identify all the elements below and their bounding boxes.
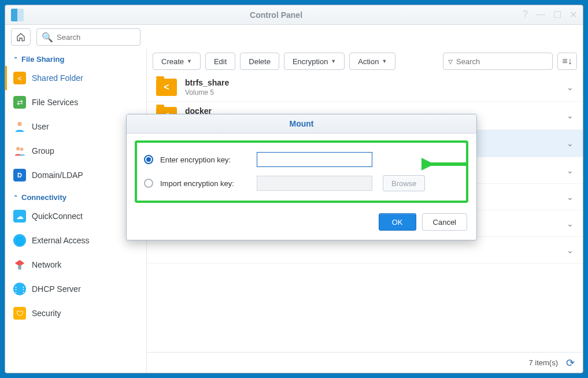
nav-user[interactable]: User: [5, 114, 146, 139]
caret-down-icon: ▼: [187, 58, 192, 64]
chevron-down-icon[interactable]: ⌄: [567, 111, 574, 120]
minimize-icon[interactable]: —: [536, 9, 545, 20]
titlebar: Control Panel ? — ☐ ✕: [5, 5, 583, 25]
action-button[interactable]: Action▼: [349, 53, 395, 70]
nav-network[interactable]: Network: [5, 253, 146, 277]
maximize-icon[interactable]: ☐: [553, 9, 561, 20]
browse-button: Browse: [383, 175, 425, 191]
list-item[interactable]: ⌄: [147, 237, 583, 264]
section-label: Connectivity: [21, 193, 66, 202]
svg-point-0: [17, 122, 21, 126]
shield-icon: 🛡: [13, 307, 26, 320]
edit-button[interactable]: Edit: [205, 53, 235, 70]
nav-group[interactable]: Group: [5, 139, 146, 163]
cancel-button[interactable]: Cancel: [422, 213, 467, 231]
nav-dhcp-server[interactable]: ⋮⋮ DHCP Server: [5, 277, 146, 301]
section-file-sharing[interactable]: ⌃ File Sharing: [5, 49, 146, 66]
chevron-down-icon[interactable]: ⌄: [567, 139, 574, 148]
main-toolbar: Create▼ Edit Delete Encryption▼ Action▼ …: [147, 49, 583, 73]
sort-button[interactable]: ≡↓: [557, 53, 577, 70]
encryption-key-input[interactable]: [257, 152, 372, 167]
chevron-up-icon: ⌃: [13, 56, 18, 62]
svg-point-2: [20, 148, 23, 151]
refresh-icon[interactable]: ⟳: [566, 357, 575, 369]
home-icon: [16, 32, 25, 42]
nav-quickconnect[interactable]: ☁ QuickConnect: [5, 204, 146, 228]
sidebar-search-input[interactable]: [57, 33, 135, 42]
caret-down-icon: ▼: [382, 58, 387, 64]
help-icon[interactable]: ?: [523, 9, 528, 20]
dhcp-icon: ⋮⋮: [13, 283, 26, 295]
nav-file-services[interactable]: ⇄ File Services: [5, 90, 146, 114]
dialog-title: Mount: [127, 114, 476, 134]
filter-icon: ▿: [448, 56, 453, 67]
chevron-down-icon[interactable]: ⌄: [567, 166, 574, 175]
svg-point-1: [16, 147, 20, 150]
window-title: Control Panel: [29, 10, 523, 20]
chevron-up-icon: ⌃: [13, 194, 18, 201]
share-folder-icon: [156, 79, 177, 96]
highlight-annotation: Enter encryption key: Import encryption …: [135, 140, 468, 203]
footer: 7 item(s) ⟳: [147, 352, 583, 373]
shared-folder-icon: <: [13, 72, 26, 84]
mount-dialog: Mount Enter encryption key: Import encry…: [126, 114, 477, 240]
arrow-annotation: [421, 155, 468, 175]
nav-domain-ldap[interactable]: D Domain/LDAP: [5, 163, 146, 187]
chevron-down-icon[interactable]: ⌄: [567, 83, 574, 92]
encryption-button[interactable]: Encryption▼: [284, 53, 345, 70]
item-count: 7 item(s): [528, 358, 558, 367]
list-item[interactable]: btrfs_share Volume 5 ⌄: [147, 73, 583, 102]
create-button[interactable]: Create▼: [153, 53, 201, 70]
chevron-down-icon[interactable]: ⌄: [567, 219, 574, 228]
svg-rect-3: [18, 265, 21, 269]
caret-down-icon: ▼: [331, 58, 336, 64]
window-controls: ? — ☐ ✕: [523, 9, 577, 20]
nav-shared-folder[interactable]: < Shared Folder: [5, 66, 146, 90]
control-panel-window: Control Panel ? — ☐ ✕ 🔍 ⌃ File Sharing <…: [5, 5, 583, 373]
sidebar-search[interactable]: 🔍: [36, 28, 140, 46]
domain-icon: D: [13, 169, 26, 181]
import-key-input: [257, 176, 372, 191]
radio-import-key[interactable]: [144, 179, 153, 188]
app-icon: [11, 9, 24, 21]
network-icon: [13, 258, 26, 271]
globe-icon: 🌐: [13, 234, 26, 247]
section-label: File Sharing: [21, 55, 64, 64]
dialog-footer: OK Cancel: [127, 205, 476, 240]
top-row: 🔍: [5, 25, 583, 49]
home-button[interactable]: [11, 28, 31, 46]
close-icon[interactable]: ✕: [569, 9, 577, 20]
user-icon: [13, 120, 26, 133]
delete-button[interactable]: Delete: [240, 53, 279, 70]
ok-button[interactable]: OK: [379, 213, 416, 231]
file-services-icon: ⇄: [13, 96, 26, 109]
nav-security[interactable]: 🛡 Security: [5, 301, 146, 325]
option-enter-key[interactable]: Enter encryption key:: [144, 152, 459, 167]
nav-external-access[interactable]: 🌐 External Access: [5, 228, 146, 253]
main-search-input[interactable]: [456, 57, 548, 66]
chevron-down-icon[interactable]: ⌄: [567, 192, 574, 202]
group-icon: [13, 144, 26, 157]
cloud-icon: ☁: [13, 210, 26, 223]
search-icon: 🔍: [42, 32, 53, 43]
option-import-key[interactable]: Import encryption key: Browse: [144, 175, 459, 191]
chevron-down-icon[interactable]: ⌄: [567, 246, 574, 255]
main-search[interactable]: ▿: [443, 53, 553, 70]
section-connectivity[interactable]: ⌃ Connectivity: [5, 187, 146, 204]
radio-enter-key[interactable]: [144, 155, 153, 164]
